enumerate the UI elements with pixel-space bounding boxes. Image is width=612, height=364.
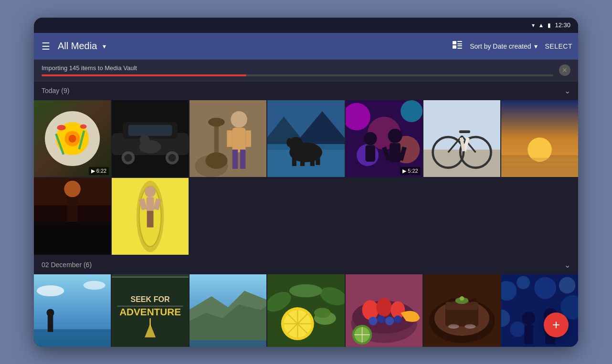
list-item[interactable] (501, 274, 578, 347)
svg-rect-93 (34, 329, 111, 347)
svg-rect-1 (457, 41, 462, 42)
list-item[interactable] (190, 100, 266, 177)
app-content: ☰ All Media ▾ Sort by Date create (34, 33, 578, 347)
svg-point-147 (534, 277, 556, 299)
list-item[interactable]: SEEK FOR ADVENTURE (112, 274, 189, 347)
sort-label: Sort by Date created (470, 42, 531, 50)
svg-rect-24 (140, 143, 143, 151)
select-button[interactable]: SELECT (545, 42, 572, 50)
svg-rect-34 (246, 130, 252, 147)
december-media-grid: SEEK FOR ADVENTURE (34, 274, 578, 347)
svg-point-52 (401, 100, 422, 122)
svg-rect-3 (453, 45, 456, 49)
svg-point-13 (80, 124, 87, 128)
svg-point-58 (388, 128, 402, 143)
svg-point-56 (364, 132, 377, 145)
list-item[interactable] (112, 100, 189, 177)
svg-rect-46 (300, 155, 305, 166)
section-december: 02 December (6) ⌄ (34, 256, 578, 347)
svg-point-80 (64, 180, 81, 197)
sort-button[interactable]: Sort by Date created ▾ (470, 42, 537, 50)
video-duration-badge: ▶ 5:22 (400, 167, 420, 175)
svg-point-142 (448, 324, 459, 329)
svg-rect-77 (501, 163, 578, 166)
svg-rect-91 (150, 211, 154, 228)
list-item[interactable] (423, 274, 500, 347)
media-thumbnail (34, 100, 111, 177)
progress-bar-fill (42, 74, 246, 76)
title-dropdown-icon[interactable]: ▾ (103, 42, 106, 50)
toolbar: ☰ All Media ▾ Sort by Date create (34, 33, 578, 60)
svg-point-21 (169, 154, 176, 161)
svg-rect-4 (457, 45, 462, 46)
list-item[interactable]: ▶ 6:22 (34, 100, 111, 177)
import-content: Importing 145 items to Media Vault (42, 64, 553, 76)
svg-point-130 (394, 315, 401, 323)
svg-rect-45 (292, 155, 296, 166)
list-view-icon[interactable] (453, 41, 462, 51)
svg-rect-5 (457, 48, 462, 49)
media-thumbnail (190, 274, 266, 347)
list-item[interactable] (346, 274, 422, 347)
svg-rect-35 (232, 149, 238, 168)
media-thumbnail (190, 100, 266, 177)
list-item[interactable] (190, 274, 266, 347)
media-thumbnail (34, 274, 111, 347)
list-item[interactable] (267, 274, 344, 347)
svg-point-86 (145, 186, 156, 197)
media-thumbnail (112, 178, 189, 255)
svg-point-94 (37, 285, 64, 296)
svg-rect-108 (190, 340, 266, 347)
section-december-header[interactable]: 02 December (6) ⌄ (34, 256, 578, 274)
import-close-button[interactable]: ✕ (559, 64, 570, 76)
scroll-area[interactable]: Today (9) ⌄ (34, 82, 578, 347)
section-december-chevron[interactable]: ⌄ (564, 260, 570, 270)
toolbar-right: Sort by Date created ▾ SELECT (453, 41, 572, 51)
list-item[interactable] (112, 178, 189, 255)
svg-rect-0 (453, 41, 456, 44)
media-thumbnail (346, 274, 422, 347)
list-item[interactable] (34, 178, 111, 255)
svg-rect-32 (232, 127, 246, 152)
svg-point-12 (57, 125, 65, 130)
svg-point-148 (559, 277, 576, 294)
media-thumbnail (501, 100, 578, 177)
media-thumbnail (346, 100, 422, 177)
svg-point-146 (517, 276, 530, 289)
toolbar-left: ☰ All Media ▾ (40, 39, 447, 54)
media-thumbnail (423, 274, 500, 347)
list-item[interactable] (423, 100, 500, 177)
svg-rect-76 (501, 157, 578, 160)
svg-point-127 (369, 316, 377, 325)
signal-icon: ▲ (538, 22, 544, 29)
media-thumbnail (112, 100, 189, 177)
svg-point-120 (314, 308, 331, 318)
svg-point-19 (125, 154, 132, 161)
toolbar-title: All Media (58, 41, 97, 52)
list-item[interactable] (267, 100, 344, 177)
video-duration-badge: ▶ 6:22 (89, 167, 109, 175)
fab-add-button[interactable]: + (544, 312, 569, 337)
section-today-chevron[interactable]: ⌄ (564, 86, 570, 95)
list-item[interactable]: ▶ 5:22 (346, 100, 422, 177)
svg-point-95 (84, 281, 106, 290)
battery-icon: ▮ (548, 22, 551, 29)
import-text: Importing 145 items to Media Vault (42, 64, 553, 72)
svg-rect-57 (365, 145, 375, 162)
svg-rect-87 (147, 197, 154, 211)
section-today-header[interactable]: Today (9) ⌄ (34, 82, 578, 100)
svg-rect-25 (145, 143, 148, 151)
svg-point-153 (522, 312, 536, 325)
device-frame: ▾ ▲ ▮ 12:30 ☰ All Media ▾ (34, 18, 578, 347)
list-item[interactable] (501, 100, 578, 177)
media-thumbnail: SEEK FOR ADVENTURE (112, 274, 189, 347)
hamburger-menu-icon[interactable]: ☰ (40, 39, 52, 54)
svg-point-129 (385, 316, 393, 325)
status-bar: ▾ ▲ ▮ 12:30 (34, 18, 578, 33)
svg-rect-63 (423, 149, 500, 177)
section-december-label: 02 December (6) (42, 261, 92, 269)
svg-rect-104 (150, 318, 151, 326)
media-thumbnail (267, 100, 344, 177)
svg-point-9 (69, 135, 76, 142)
list-item[interactable] (34, 274, 111, 347)
